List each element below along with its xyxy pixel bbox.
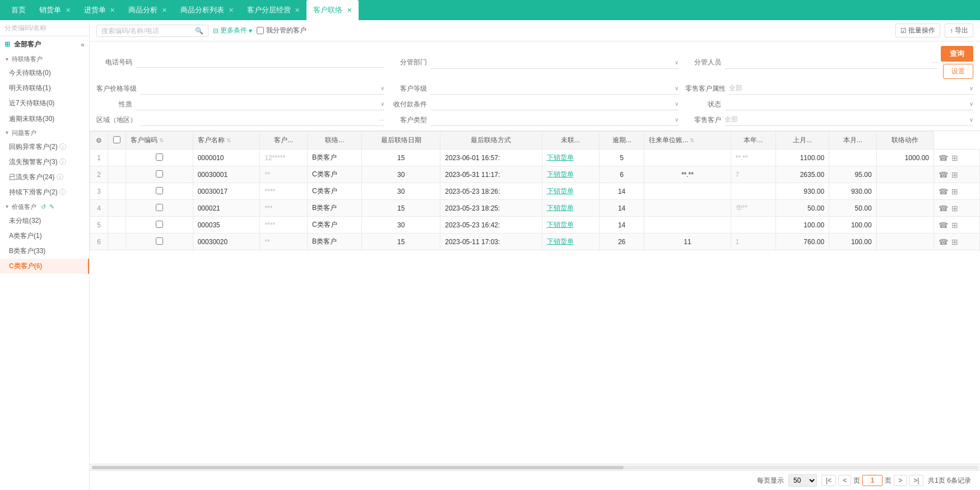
- page-number-input[interactable]: [862, 475, 883, 486]
- more-icon[interactable]: ···: [932, 58, 937, 66]
- customer-grade-select[interactable]: ∨: [430, 82, 679, 95]
- per-page-select[interactable]: 50 100 200: [788, 474, 817, 487]
- prev-page-button[interactable]: <: [838, 475, 851, 486]
- sort-icon[interactable]: ⇅: [690, 137, 694, 143]
- sidebar-section-problem[interactable]: 问题客户: [0, 127, 89, 139]
- sidebar-item-ungrouped[interactable]: 未分组(32): [0, 213, 89, 228]
- row-last-contact-method[interactable]: 下销货单: [542, 217, 599, 234]
- nav-close-customer-contact[interactable]: ✕: [347, 7, 352, 13]
- nav-customer-layering[interactable]: 客户分层经营 ✕: [240, 0, 307, 20]
- row-checkbox[interactable]: [126, 166, 193, 183]
- sidebar-item-repurchase-abnormal[interactable]: 回购异常客户(2) ⓘ: [0, 139, 89, 155]
- search-icon[interactable]: 🔍: [195, 27, 203, 35]
- row-last-contact-method[interactable]: 下销货单: [542, 200, 599, 217]
- export-button[interactable]: ↑ 导出: [945, 24, 973, 38]
- phone-icon[interactable]: ☎: [939, 153, 948, 162]
- grid-action-icon[interactable]: ⊞: [951, 237, 958, 246]
- horizontal-scrollbar[interactable]: [90, 464, 980, 470]
- sidebar-item-class-a[interactable]: A类客户(1): [0, 228, 89, 244]
- sidebar-item-churn-warning[interactable]: 流失预警客户(3) ⓘ: [0, 155, 89, 170]
- row-checkbox[interactable]: [126, 234, 193, 250]
- row-checkbox[interactable]: [126, 200, 193, 217]
- select-all-checkbox[interactable]: [113, 136, 120, 143]
- grid-action-icon[interactable]: ⊞: [951, 170, 958, 179]
- nav-product-analysis[interactable]: 商品分析 ✕: [122, 0, 174, 20]
- my-customers-checkbox[interactable]: [257, 27, 264, 34]
- retail-customer-select[interactable]: 全部 ∨: [724, 114, 973, 126]
- sidebar-item-7days-pending[interactable]: 近7天待联络(0): [0, 96, 89, 111]
- row-last-contact-method[interactable]: 下销货单: [542, 234, 599, 250]
- row-select-checkbox[interactable]: [156, 153, 163, 161]
- dept-select[interactable]: ∨: [430, 57, 679, 69]
- sidebar-item-today-pending[interactable]: 今天待联络(0): [0, 66, 89, 81]
- retail-attr-select[interactable]: 全部 ∨: [729, 82, 973, 95]
- gear-icon[interactable]: ⚙: [96, 137, 102, 144]
- nav-home[interactable]: 首页: [4, 0, 32, 20]
- scroll-thumb[interactable]: [92, 466, 624, 469]
- nav-close-customer-layering[interactable]: ✕: [295, 7, 300, 13]
- value-grade-select[interactable]: ∨: [140, 82, 384, 95]
- row-select-checkbox[interactable]: [156, 237, 163, 245]
- grid-action-icon[interactable]: ⊞: [951, 187, 958, 196]
- nav-close-product-analysis[interactable]: ✕: [162, 7, 167, 13]
- sidebar-item-tomorrow-pending[interactable]: 明天待联络(1): [0, 81, 89, 96]
- nature-select[interactable]: ∨: [136, 98, 384, 110]
- more-conditions-button[interactable]: ⊟ 更多条件 ▾: [213, 26, 252, 35]
- sort-icon[interactable]: ⇅: [226, 137, 231, 143]
- settings-button[interactable]: 设置: [943, 64, 973, 79]
- sidebar-search-box[interactable]: 🔍: [0, 20, 89, 36]
- collapse-icon[interactable]: «: [81, 41, 85, 49]
- row-select-checkbox[interactable]: [156, 187, 163, 194]
- grid-action-icon[interactable]: ⊞: [951, 221, 958, 230]
- row-select-checkbox[interactable]: [156, 170, 163, 178]
- nav-product-analysis-list[interactable]: 商品分析列表 ✕: [174, 0, 240, 20]
- status-select[interactable]: ∨: [724, 98, 973, 110]
- refresh-icon[interactable]: ↺: [41, 203, 46, 211]
- more-icon[interactable]: ···: [379, 116, 384, 124]
- next-page-button[interactable]: >: [894, 475, 907, 486]
- grid-action-icon[interactable]: ⊞: [951, 204, 958, 213]
- payment-select[interactable]: ∨: [430, 98, 679, 110]
- sidebar-section-value[interactable]: 价值客户 ↺ ✎: [0, 200, 89, 213]
- phone-input[interactable]: [136, 57, 384, 68]
- row-checkbox[interactable]: [126, 183, 193, 200]
- phone-icon[interactable]: ☎: [939, 237, 948, 246]
- sidebar-item-churned[interactable]: 已流失客户(24) ⓘ: [0, 170, 89, 185]
- manager-select[interactable]: ···: [724, 57, 937, 69]
- phone-icon[interactable]: ☎: [939, 221, 948, 230]
- row-checkbox[interactable]: [126, 217, 193, 234]
- sidebar-item-class-c[interactable]: C类客户(6): [0, 259, 89, 274]
- edit-icon[interactable]: ✎: [49, 203, 54, 211]
- nav-customer-contact[interactable]: 客户联络 ✕: [306, 0, 359, 20]
- region-select[interactable]: ···: [140, 114, 384, 126]
- sidebar-all-customers[interactable]: ⊞ 全部客户 «: [0, 36, 89, 53]
- row-select-checkbox[interactable]: [156, 221, 163, 228]
- row-last-contact-method[interactable]: 下销货单: [542, 166, 599, 183]
- nav-close-purchase-order[interactable]: ✕: [110, 7, 115, 13]
- search-box[interactable]: 🔍: [96, 25, 208, 37]
- first-page-button[interactable]: |<: [821, 475, 836, 486]
- batch-operations-button[interactable]: ☑ 批量操作: [895, 24, 940, 38]
- grid-action-icon[interactable]: ⊞: [951, 153, 958, 162]
- phone-icon[interactable]: ☎: [939, 204, 948, 213]
- row-select-checkbox[interactable]: [156, 204, 163, 211]
- sidebar-item-overdue-pending[interactable]: 逾期未联络(30): [0, 111, 89, 127]
- nav-sales-order[interactable]: 销货单 ✕: [32, 0, 77, 20]
- nav-close-sales-order[interactable]: ✕: [66, 7, 71, 13]
- phone-icon[interactable]: ☎: [939, 170, 948, 179]
- customer-type-select[interactable]: ∨: [430, 114, 679, 126]
- row-last-contact-method[interactable]: 下销货单: [542, 183, 599, 200]
- sidebar-search-input[interactable]: [4, 24, 89, 32]
- query-button[interactable]: 查询: [941, 46, 973, 62]
- last-page-button[interactable]: >|: [909, 475, 923, 486]
- row-last-contact-method[interactable]: 下销货单: [542, 150, 599, 166]
- row-checkbox[interactable]: [126, 150, 193, 166]
- sidebar-item-declining[interactable]: 持续下滑客户(2) ⓘ: [0, 185, 89, 200]
- nav-close-product-analysis-list[interactable]: ✕: [229, 7, 234, 13]
- search-input[interactable]: [101, 27, 195, 35]
- sort-icon[interactable]: ⇅: [159, 137, 164, 143]
- sidebar-item-class-b[interactable]: B类客户(33): [0, 244, 89, 259]
- my-customers-checkbox-group[interactable]: 我分管的客户: [257, 26, 306, 35]
- phone-icon[interactable]: ☎: [939, 187, 948, 196]
- nav-purchase-order[interactable]: 进货单 ✕: [77, 0, 122, 20]
